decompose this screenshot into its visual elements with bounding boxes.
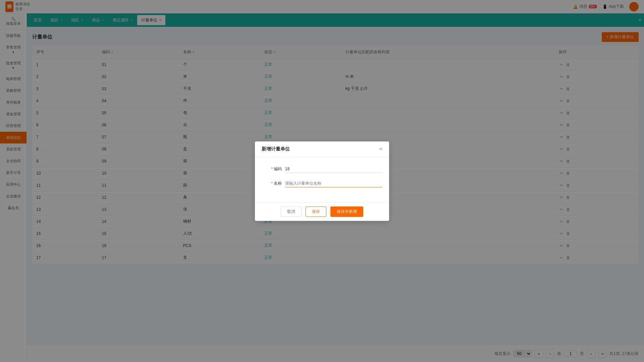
modal-overlay: 新增计量单位 × *编码 *名称 取消 保存 保存并新增: [0, 0, 644, 362]
add-unit-modal: 新增计量单位 × *编码 *名称 取消 保存 保存并新增: [255, 141, 389, 221]
modal-header: 新增计量单位 ×: [255, 141, 389, 157]
required-star: *: [271, 167, 273, 171]
save-continue-button[interactable]: 保存并新增: [330, 206, 363, 217]
modal-footer: 取消 保存 保存并新增: [255, 202, 389, 221]
name-input[interactable]: [285, 180, 382, 187]
name-label: *名称: [262, 181, 282, 186]
required-star: *: [271, 181, 273, 186]
modal-close-button[interactable]: ×: [379, 146, 382, 152]
cancel-button[interactable]: 取消: [281, 206, 302, 217]
save-button[interactable]: 保存: [306, 206, 326, 217]
form-row-name: *名称: [262, 180, 382, 187]
code-label: *编码: [262, 166, 282, 172]
form-row-code: *编码: [262, 165, 382, 173]
modal-title: 新增计量单位: [262, 146, 290, 152]
modal-body: *编码 *名称: [255, 157, 389, 202]
code-input[interactable]: [285, 165, 382, 173]
